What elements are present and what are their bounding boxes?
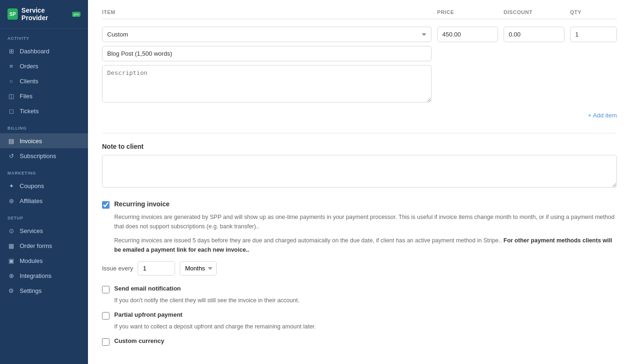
recurring-invoice-section: Recurring invoice Recurring invoices are… [102, 200, 617, 276]
issue-every-row: Issue every Months Weeks Days [102, 261, 617, 276]
services-icon: ⊙ [7, 227, 15, 234]
sidebar-item-invoices[interactable]: ▤Invoices [0, 133, 88, 148]
sidebar-item-label-dashboard: Dashboard [20, 48, 50, 55]
recurring-description-1: Recurring invoices are generated by SPP … [114, 212, 617, 231]
item-discount-col [504, 27, 564, 102]
col-price: PRICE [437, 9, 498, 15]
note-to-client-textarea[interactable] [102, 155, 617, 188]
sidebar-section-marketing: MARKETING [0, 163, 88, 178]
partial-payment-label[interactable]: Partial upfront payment [114, 311, 183, 318]
send-email-description: If you don't notify the client they will… [114, 297, 617, 304]
partial-payment-section: Partial upfront payment If you want to c… [102, 311, 617, 330]
sidebar-item-label-affiliates: Affiliates [20, 197, 43, 204]
sidebar-item-dashboard[interactable]: ⊞Dashboard [0, 44, 88, 58]
sidebar-item-affiliates[interactable]: ⊛Affiliates [0, 193, 88, 208]
sidebar-item-integrations[interactable]: ⊕Integrations [0, 268, 88, 283]
section-divider [102, 133, 617, 133]
item-qty-input[interactable] [570, 27, 617, 42]
clients-icon: ○ [7, 77, 15, 85]
custom-currency-section: Custom currency [102, 337, 617, 346]
sidebar-item-tickets[interactable]: ◻Tickets [0, 103, 88, 118]
send-email-row: Send email notification [102, 285, 617, 293]
sidebar-section-activity: ACTIVITY [0, 29, 88, 44]
coupons-icon: ✦ [7, 182, 15, 189]
column-headers: ITEM PRICE DISCOUNT QTY [102, 9, 617, 19]
order-forms-icon: ▦ [7, 242, 15, 249]
logo-badge: pro [72, 12, 80, 17]
send-email-label[interactable]: Send email notification [114, 285, 181, 292]
item-name-description: Custom Service Product [102, 27, 432, 102]
sidebar-item-label-orders: Orders [20, 63, 38, 70]
logo-icon: SP [7, 8, 18, 20]
note-to-client-label: Note to client [102, 143, 617, 150]
item-name-input[interactable] [102, 46, 432, 61]
partial-payment-row: Partial upfront payment [102, 311, 617, 320]
sidebar-item-modules[interactable]: ▣Modules [0, 253, 88, 268]
sidebar-section-billing: BILLING [0, 118, 88, 133]
send-email-section: Send email notification If you don't not… [102, 285, 617, 304]
note-to-client-section: Note to client [102, 143, 617, 189]
subscriptions-icon: ↺ [7, 152, 15, 160]
sidebar-section-setup: SETUP [0, 208, 88, 223]
partial-payment-description: If you want to collect a deposit upfront… [114, 323, 617, 330]
issue-every-select[interactable]: Months Weeks Days [180, 261, 217, 276]
main-content: ITEM PRICE DISCOUNT QTY Custom Service P… [88, 0, 644, 364]
send-email-checkbox[interactable] [102, 286, 110, 293]
sidebar-item-orders[interactable]: ≡Orders [0, 58, 88, 73]
recurring-description-2: Recurring invoices are issued 5 days bef… [114, 236, 617, 255]
item-price-col [437, 27, 498, 102]
invoice-form: ITEM PRICE DISCOUNT QTY Custom Service P… [102, 9, 617, 346]
item-description-textarea[interactable] [102, 65, 432, 102]
sidebar: SP Service Provider pro ACTIVITY⊞Dashboa… [0, 0, 88, 364]
sidebar-item-files[interactable]: ◫Files [0, 88, 88, 103]
tickets-icon: ◻ [7, 107, 15, 115]
add-item-row: + Add item [102, 107, 617, 128]
custom-currency-row: Custom currency [102, 337, 617, 346]
sidebar-item-label-modules: Modules [20, 257, 43, 264]
orders-icon: ≡ [7, 62, 15, 70]
item-qty-col [570, 27, 617, 102]
col-qty: QTY [570, 9, 617, 15]
sidebar-item-subscriptions[interactable]: ↺Subscriptions [0, 148, 88, 163]
sidebar-item-clients[interactable]: ○Clients [0, 73, 88, 88]
col-discount: DISCOUNT [504, 9, 564, 15]
files-icon: ◫ [7, 92, 15, 100]
custom-currency-label[interactable]: Custom currency [114, 337, 164, 344]
issue-every-label: Issue every [102, 265, 133, 272]
settings-icon: ⚙ [7, 287, 15, 294]
sidebar-item-coupons[interactable]: ✦Coupons [0, 178, 88, 193]
sidebar-item-label-integrations: Integrations [20, 272, 51, 279]
item-row: Custom Service Product [102, 27, 617, 102]
logo-text: Service Provider [22, 7, 69, 22]
dashboard-icon: ⊞ [7, 47, 15, 55]
sidebar-item-services[interactable]: ⊙Services [0, 223, 88, 238]
custom-currency-checkbox[interactable] [102, 338, 110, 346]
modules-icon: ▣ [7, 257, 15, 264]
recurring-invoice-label[interactable]: Recurring invoice [114, 200, 169, 208]
sidebar-item-label-services: Services [20, 227, 43, 234]
recurring-invoice-checkbox[interactable] [102, 201, 110, 209]
item-type-select[interactable]: Custom Service Product [102, 27, 432, 42]
item-price-input[interactable] [437, 27, 498, 42]
affiliates-icon: ⊛ [7, 197, 15, 204]
recurring-invoice-row: Recurring invoice [102, 200, 617, 209]
sidebar-item-label-clients: Clients [20, 78, 38, 85]
sidebar-item-order-forms[interactable]: ▦Order forms [0, 238, 88, 253]
sidebar-item-label-invoices: Invoices [20, 138, 42, 145]
sidebar-logo: SP Service Provider pro [0, 0, 88, 29]
sidebar-item-label-coupons: Coupons [20, 182, 44, 189]
col-item: ITEM [102, 9, 432, 15]
sidebar-item-settings[interactable]: ⚙Settings [0, 283, 88, 298]
issue-every-input[interactable] [138, 261, 175, 276]
sidebar-item-label-order-forms: Order forms [20, 242, 52, 249]
sidebar-item-label-settings: Settings [20, 287, 42, 294]
invoices-icon: ▤ [7, 137, 15, 145]
sidebar-item-label-subscriptions: Subscriptions [20, 153, 56, 160]
partial-payment-checkbox[interactable] [102, 312, 110, 320]
integrations-icon: ⊕ [7, 272, 15, 279]
add-item-button[interactable]: + Add item [588, 112, 617, 119]
sidebar-item-label-files: Files [20, 93, 32, 100]
sidebar-item-label-tickets: Tickets [20, 108, 39, 115]
item-discount-input[interactable] [504, 27, 564, 42]
